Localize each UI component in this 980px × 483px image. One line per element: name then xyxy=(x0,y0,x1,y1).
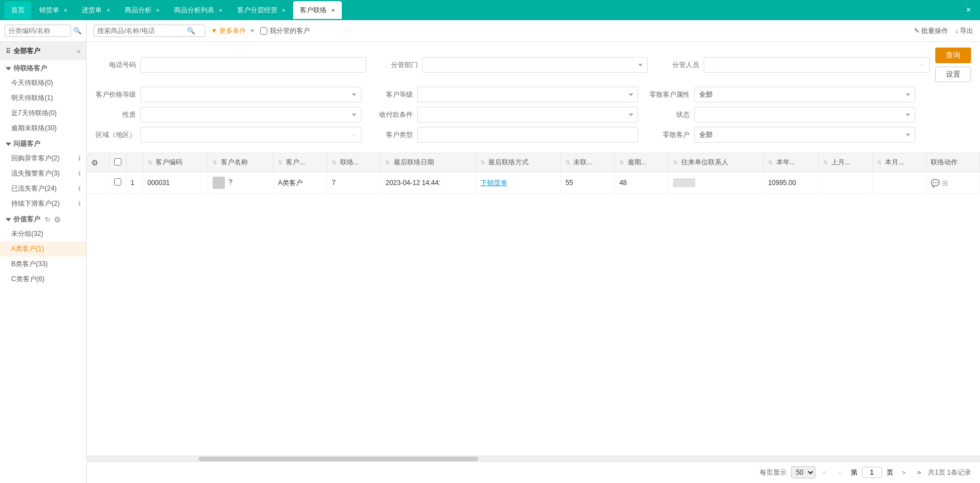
filter-input-retail-attr[interactable]: 全部 xyxy=(694,87,915,102)
close-tab-product-analysis-list[interactable]: × xyxy=(219,7,222,13)
tab-customer-contact[interactable]: 客户联络 × xyxy=(293,1,341,19)
sidebar-item-week[interactable]: 近7天待联络(0) xyxy=(0,106,86,121)
col-this-month[interactable]: ⇅ 本月... xyxy=(873,153,926,172)
last-page-button[interactable]: » xyxy=(915,467,924,477)
info-icon-lost[interactable]: ℹ xyxy=(78,185,81,192)
filter-input-region[interactable]: ··· xyxy=(140,127,361,143)
col-overdue[interactable]: ⇅ 逾期... xyxy=(615,153,668,172)
export-button[interactable]: ↓ 导出 xyxy=(955,26,973,36)
tab-product-analysis[interactable]: 商品分析 × xyxy=(118,1,166,19)
close-tab-customer-tier[interactable]: × xyxy=(282,7,285,13)
tab-product-analysis-list[interactable]: 商品分析列表 × xyxy=(167,1,229,19)
sort-icon-contact: ⇅ xyxy=(332,159,336,165)
col-contact-person[interactable]: ⇅ 往来单位联系人 xyxy=(668,153,764,172)
row-nocontact-cell: 55 xyxy=(560,172,614,194)
sidebar-item-ungroup[interactable]: 未分组(32) xyxy=(0,226,86,242)
col-action: 联络动作 xyxy=(926,153,980,172)
contact-person-bar xyxy=(673,178,695,187)
first-page-button[interactable]: « xyxy=(820,467,830,477)
sidebar-item-tomorrow[interactable]: 明天待联络(1) xyxy=(0,91,86,106)
info-icon-declining[interactable]: ℹ xyxy=(78,200,81,207)
sidebar-search-input[interactable] xyxy=(4,25,71,37)
page-total-label: 共1页 1条记录 xyxy=(928,468,971,477)
more-filter-button[interactable]: ▼ 更多条件 xyxy=(211,26,255,36)
col-this-year[interactable]: ⇅ 本年... xyxy=(764,153,819,172)
prev-page-button[interactable]: ＜ xyxy=(834,467,846,479)
filter-input-status[interactable] xyxy=(694,107,915,122)
action-buttons: 查询 设置 xyxy=(935,48,971,82)
filter-input-price-level[interactable] xyxy=(140,87,361,102)
customer-table: ⚙ ⇅ 客户编码 ⇅ 客户名称 xyxy=(87,153,980,194)
filter-input-customer-type[interactable] xyxy=(417,127,638,143)
col-name[interactable]: ⇅ 客户名称 xyxy=(208,153,274,172)
tab-sales[interactable]: 销货单 × xyxy=(32,1,74,19)
close-tab-customer-contact[interactable]: × xyxy=(331,7,334,13)
col-type[interactable]: ⇅ 客户... xyxy=(274,153,327,172)
settings-value-icon[interactable]: ⚙ xyxy=(54,215,61,224)
chat-action-icon[interactable]: 💬 xyxy=(931,179,940,187)
col-checkbox xyxy=(109,153,126,172)
column-settings-icon[interactable]: ⚙ xyxy=(91,158,98,167)
search-input[interactable] xyxy=(97,27,187,35)
row-checkbox[interactable] xyxy=(114,178,121,186)
refresh-icon[interactable]: ↻ xyxy=(45,216,50,224)
page-label: 第 xyxy=(851,468,858,477)
col-contact[interactable]: ⇅ 联络... xyxy=(327,153,381,172)
sidebar-item-c-class[interactable]: C类客户(6) xyxy=(0,272,86,287)
sidebar-item-lost[interactable]: 已流失客户(24) ℹ xyxy=(0,181,86,196)
col-last-contact-date[interactable]: ⇅ 最后联络日期 xyxy=(381,153,475,172)
close-tab-product-analysis[interactable]: × xyxy=(156,7,159,13)
sidebar-item-b-class[interactable]: B类客户(33) xyxy=(0,257,86,272)
select-all-checkbox[interactable] xyxy=(114,158,121,165)
col-no-contact[interactable]: ⇅ 未联... xyxy=(560,153,614,172)
close-tab-purchase[interactable]: × xyxy=(106,7,110,13)
sidebar-item-a-class[interactable]: A类客户(1) xyxy=(0,242,86,257)
scroll-thumb[interactable] xyxy=(199,457,478,461)
horizontal-scrollbar[interactable] xyxy=(87,456,980,461)
sidebar-search-icon[interactable]: 🔍 xyxy=(73,27,82,35)
settings-button[interactable]: 设置 xyxy=(935,67,971,82)
tab-home[interactable]: 首页 xyxy=(4,1,31,19)
tab-purchase[interactable]: 进货单 × xyxy=(75,1,116,19)
filter-input-retail-customer[interactable]: 全部 xyxy=(694,127,915,143)
batch-operation-button[interactable]: ✎ 批量操作 xyxy=(914,26,948,36)
info-icon-attrition[interactable]: ℹ xyxy=(78,170,81,177)
sidebar-item-declining[interactable]: 持续下滑客户(2) ℹ xyxy=(0,196,86,211)
filter-label-customer-level: 客户等级 xyxy=(373,90,417,100)
row-type-cell: A类客户 xyxy=(274,172,327,194)
search-icon[interactable]: 🔍 xyxy=(187,27,195,35)
close-tab-sales[interactable]: × xyxy=(64,7,67,13)
col-last-month[interactable]: ⇅ 上月... xyxy=(818,153,872,172)
col-settings: ⚙ xyxy=(87,153,109,172)
filter-input-customer-level[interactable] xyxy=(417,87,638,102)
row-action-cell: 💬 ⊞ xyxy=(926,172,980,194)
close-all-tabs[interactable]: × xyxy=(962,3,976,17)
info-icon-abnormal[interactable]: ℹ xyxy=(78,155,81,162)
filter-input-payment[interactable] xyxy=(417,107,638,122)
next-page-button[interactable]: ＞ xyxy=(898,467,910,479)
sidebar-collapse-icon[interactable]: « xyxy=(77,48,81,55)
nature-caret-icon xyxy=(350,111,356,119)
col-code[interactable]: ⇅ 客户编码 xyxy=(143,153,208,172)
filter-input-dept[interactable] xyxy=(422,57,648,73)
page-number-input[interactable] xyxy=(862,467,882,478)
filter-input-nature[interactable] xyxy=(140,107,361,122)
my-customers-checkbox[interactable] xyxy=(260,27,267,35)
page-size-select[interactable]: 50 xyxy=(791,466,816,479)
sidebar-item-today[interactable]: 今天待联络(0) xyxy=(0,75,86,91)
qr-action-icon[interactable]: ⊞ xyxy=(942,179,948,187)
export-icon: ↓ xyxy=(955,27,958,35)
tab-customer-tier[interactable]: 客户分层经营 × xyxy=(230,1,292,19)
filter-input-phone[interactable] xyxy=(140,57,366,73)
filter-field-dept: 分管部门 xyxy=(378,57,648,73)
filter-input-manager[interactable]: ··· xyxy=(704,57,930,73)
sidebar-item-attrition-warn[interactable]: 流失预警客户(3) ℹ xyxy=(0,166,86,181)
row-method-cell[interactable]: 下销货单 xyxy=(475,172,560,194)
sidebar-all-customers[interactable]: ⠿ 全部客户 « xyxy=(0,42,86,60)
col-last-contact-method[interactable]: ⇅ 最后联络方式 xyxy=(475,153,560,172)
filter-field-phone: 电话号码 xyxy=(96,57,366,73)
sidebar-item-overdue[interactable]: 逾期未联络(30) xyxy=(0,121,86,136)
query-button[interactable]: 查询 xyxy=(935,48,971,63)
table-body: 1 000031 ? A类客户 7 2023-04-12 14:44: 下销货单… xyxy=(87,172,980,194)
sidebar-item-abnormal[interactable]: 回购异常客户(2) ℹ xyxy=(0,151,86,166)
